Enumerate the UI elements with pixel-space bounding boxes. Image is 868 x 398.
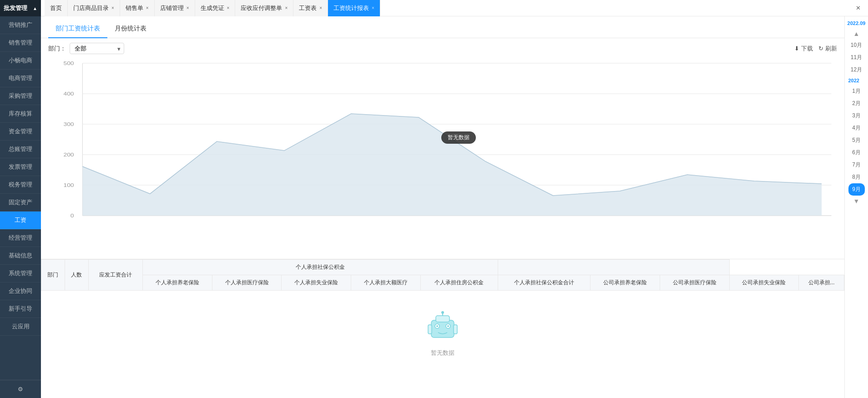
sub-tab-dept[interactable]: 部门工资统计表 — [48, 22, 107, 38]
sidebar-item-1[interactable]: 销售管理 — [0, 34, 41, 52]
sidebar-item-4[interactable]: 采购管理 — [0, 87, 41, 105]
svg-text:200: 200 — [63, 152, 74, 157]
svg-text:100: 100 — [63, 182, 74, 188]
dept-select[interactable]: 全部 — [70, 43, 124, 54]
svg-point-17 — [441, 311, 444, 314]
timeline-item-10[interactable]: 7月 — [848, 159, 865, 171]
tab-close-icon-3[interactable]: × — [187, 5, 189, 10]
tab-0[interactable]: 首页 — [45, 0, 68, 16]
timeline-item-8[interactable]: 5月 — [848, 134, 865, 146]
timeline-down-nav[interactable]: ▼ — [852, 196, 862, 207]
no-data-robot-icon — [424, 309, 461, 345]
sidebar-item-10[interactable]: 固定资产 — [0, 194, 41, 212]
timeline-item-0[interactable]: 10月 — [848, 39, 865, 51]
svg-point-21 — [447, 325, 449, 327]
sidebar-item-6[interactable]: 资金管理 — [0, 123, 41, 141]
tab-close-icon-5[interactable]: × — [285, 5, 288, 10]
timeline-item-7[interactable]: 4月 — [848, 122, 865, 134]
table-header-row2: 个人承担养老保险 个人承担医疗保险 个人承担失业保险 个人承担大额医疗 个人承担… — [41, 275, 844, 291]
tab-close-icon-2[interactable]: × — [146, 5, 149, 10]
timeline-items: 10月11月12月20221月2月3月4月5月6月7月8月9月 — [848, 39, 865, 196]
sidebar-collapse-icon: ▲ — [33, 6, 37, 11]
th-personal-medical: 个人承担医疗保险 — [212, 275, 282, 291]
tab-5[interactable]: 应收应付调整单× — [235, 0, 293, 16]
sidebar-title: 批发管理 — [4, 4, 27, 12]
svg-rect-23 — [454, 325, 457, 334]
sidebar-item-16[interactable]: 新手引导 — [0, 300, 41, 318]
gear-icon: ⚙ — [18, 386, 23, 393]
timeline-year-3: 2022 — [848, 76, 865, 85]
sidebar-item-12[interactable]: 经营管理 — [0, 229, 41, 247]
th-personal-total: 个人承担社保公积金合计 — [498, 275, 590, 291]
th-company-pension: 公司承担养老保险 — [590, 275, 660, 291]
sidebar-item-14[interactable]: 系统管理 — [0, 265, 41, 282]
tab-close-icon-4[interactable]: × — [227, 5, 230, 10]
no-data-container: 暂无数据 — [41, 291, 844, 366]
refresh-button[interactable]: ↻ 刷新 — [818, 45, 837, 53]
sub-tabs: 部门工资统计表 月份统计表 — [41, 16, 844, 38]
data-table: 部门 人数 应发工资合计 个人承担社保公积金 个人承担养老保险 个人承担医疗保险… — [41, 259, 844, 291]
tab-close-icon-6[interactable]: × — [319, 5, 322, 10]
close-all-button[interactable]: ✕ — [852, 3, 864, 13]
th-personal-unemployment: 个人承担失业保险 — [282, 275, 351, 291]
sidebar-item-13[interactable]: 基础信息 — [0, 247, 41, 265]
dept-label: 部门： — [48, 45, 66, 53]
tab-4[interactable]: 生成凭证× — [195, 0, 236, 16]
download-button[interactable]: ⬇ 下载 — [794, 45, 813, 53]
sidebar-item-9[interactable]: 税务管理 — [0, 176, 41, 194]
sidebar: 批发管理 ▲ 营销推广销售管理小畅电商电商管理采购管理库存核算资金管理总账管理发… — [0, 0, 41, 398]
sidebar-item-2[interactable]: 小畅电商 — [0, 52, 41, 70]
tab-1[interactable]: 门店商品目录× — [68, 0, 120, 16]
sidebar-item-5[interactable]: 库存核算 — [0, 105, 41, 123]
timeline-item-12[interactable]: 9月 — [848, 183, 865, 196]
timeline-item-11[interactable]: 8月 — [848, 171, 865, 183]
tab-close-icon-1[interactable]: × — [111, 5, 114, 10]
toolbar: 部门： 全部 ⬇ 下载 ↻ 刷新 — [41, 38, 844, 59]
table-head: 部门 人数 应发工资合计 个人承担社保公积金 个人承担养老保险 个人承担医疗保险… — [41, 260, 844, 291]
sidebar-footer[interactable]: ⚙ — [0, 380, 41, 398]
sidebar-item-15[interactable]: 企业协同 — [0, 282, 41, 300]
svg-text:300: 300 — [63, 121, 74, 127]
timeline-up-nav[interactable]: ▲ — [852, 28, 862, 39]
tab-7[interactable]: 工资统计报表× — [328, 0, 380, 16]
sidebar-header[interactable]: 批发管理 ▲ — [0, 0, 41, 16]
table-header-row1: 部门 人数 应发工资合计 个人承担社保公积金 — [41, 260, 844, 275]
svg-point-20 — [436, 325, 438, 327]
sidebar-item-3[interactable]: 电商管理 — [0, 70, 41, 87]
sidebar-item-11[interactable]: 工资 — [0, 212, 41, 229]
timeline-item-6[interactable]: 3月 — [848, 110, 865, 122]
sidebar-item-8[interactable]: 发票管理 — [0, 158, 41, 176]
sidebar-item-17[interactable]: 云应用 — [0, 318, 41, 336]
timeline-item-1[interactable]: 11月 — [848, 51, 865, 64]
tab-3[interactable]: 店铺管理× — [155, 0, 195, 16]
tab-6[interactable]: 工资表× — [293, 0, 328, 16]
sub-tab-month[interactable]: 月份统计表 — [107, 22, 154, 38]
th-company-group — [498, 260, 729, 275]
page: 部门工资统计表 月份统计表 部门： 全部 ⬇ 下载 — [41, 16, 844, 398]
th-count: 人数 — [65, 260, 88, 291]
timeline-item-5[interactable]: 2月 — [848, 97, 865, 110]
chart-svg: 0 100 200 300 400 500 — [48, 59, 837, 232]
tab-close-icon-7[interactable]: × — [372, 5, 374, 10]
timeline-item-2[interactable]: 12月 — [848, 64, 865, 76]
toolbar-left: 部门： 全部 — [48, 43, 124, 54]
timeline-item-4[interactable]: 1月 — [848, 85, 865, 97]
table-area[interactable]: 部门 人数 应发工资合计 个人承担社保公积金 个人承担养老保险 个人承担医疗保险… — [41, 259, 844, 398]
main-area: 首页门店商品目录×销售单×店铺管理×生成凭证×应收应付调整单×工资表×工资统计报… — [41, 0, 868, 398]
sidebar-items: 营销推广销售管理小畅电商电商管理采购管理库存核算资金管理总账管理发票管理税务管理… — [0, 16, 41, 336]
svg-rect-15 — [436, 316, 449, 322]
dept-select-wrapper: 全部 — [70, 43, 124, 54]
timeline-item-9[interactable]: 6月 — [848, 146, 865, 159]
sidebar-item-0[interactable]: 营销推广 — [0, 16, 41, 34]
refresh-icon: ↻ — [818, 45, 823, 52]
chart-area: 0 100 200 300 400 500 暂无数据 — [41, 59, 844, 259]
th-dept: 部门 — [41, 260, 65, 291]
timeline-top-label: 2022.09 — [845, 18, 868, 28]
tab-bar: 首页门店商品目录×销售单×店铺管理×生成凭证×应收应付调整单×工资表×工资统计报… — [41, 0, 868, 16]
th-personal-insurance-group: 个人承担社保公积金 — [142, 260, 498, 275]
th-personal-major-medical: 个人承担大额医疗 — [351, 275, 421, 291]
sidebar-item-7[interactable]: 总账管理 — [0, 141, 41, 158]
tab-2[interactable]: 销售单× — [120, 0, 155, 16]
th-company-unemployment: 公司承担失业保险 — [729, 275, 799, 291]
svg-text:400: 400 — [63, 91, 74, 96]
